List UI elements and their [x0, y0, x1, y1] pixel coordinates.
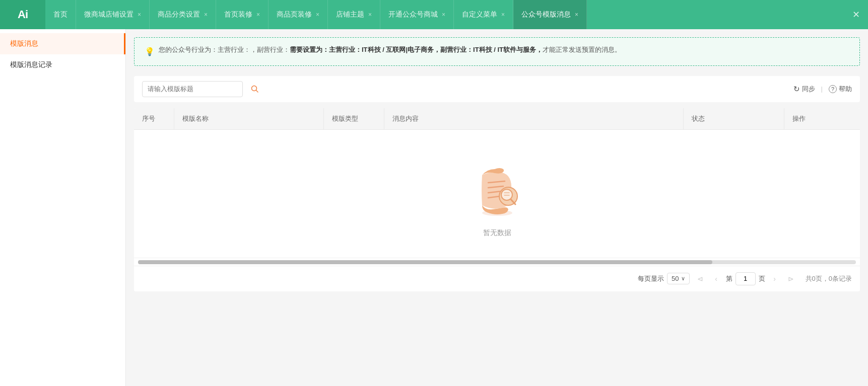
- search-input[interactable]: [142, 81, 243, 97]
- per-page-label: 每页显示: [638, 274, 664, 283]
- page-number-input[interactable]: [736, 272, 756, 285]
- close-tab-icon[interactable]: ×: [575, 11, 578, 18]
- empty-text: 暂无数据: [483, 228, 511, 238]
- content-area: 💡 您的公众号行业为：主营行业：，副营行业：需要设置为：主营行业：IT科技 / …: [126, 29, 868, 386]
- search-left: [142, 81, 263, 97]
- close-tab-icon[interactable]: ×: [368, 11, 372, 18]
- last-page-button[interactable]: ⊳: [784, 272, 797, 285]
- notice-highlight: 需要设置为：主营行业：IT科技 / 互联网|电子商务，副营行业：IT科技 / I…: [290, 46, 543, 53]
- search-bar: ↻ 同步 | ? 帮助: [134, 76, 860, 102]
- search-icon: [251, 85, 259, 93]
- table-header-cell: 消息内容: [384, 108, 684, 129]
- nav-tab-label: 自定义菜单: [462, 10, 497, 19]
- nav-tab-template-msg[interactable]: 公众号模版消息×: [513, 0, 587, 29]
- search-button[interactable]: [247, 81, 263, 97]
- top-navigation: Ai 首页微商城店铺设置×商品分类设置×首页装修×商品页装修×店铺主题×开通公众…: [0, 0, 868, 29]
- empty-illustration: [467, 160, 527, 220]
- nav-tab-label: 商品分类设置: [158, 10, 200, 19]
- empty-state: 暂无数据: [134, 130, 860, 258]
- pagination-controls: ⊲ ‹ 第 页 › ⊳: [694, 272, 797, 285]
- close-tab-icon[interactable]: ×: [256, 11, 260, 18]
- table-header: 序号模版名称模版类型消息内容状态操作: [134, 108, 860, 130]
- sidebar-item-template-msg[interactable]: 模版消息: [0, 33, 125, 54]
- notice-text: 您的公众号行业为：主营行业：，副营行业：需要设置为：主营行业：IT科技 / 互联…: [159, 45, 621, 55]
- total-info: 共0页，0条记录: [806, 274, 852, 283]
- help-icon: ?: [829, 85, 837, 93]
- search-right: ↻ 同步 | ? 帮助: [793, 85, 852, 94]
- close-tab-icon[interactable]: ×: [442, 11, 445, 18]
- nav-tab-label: 首页装修: [224, 10, 252, 19]
- nav-tab-micro-store[interactable]: 微商城店铺设置×: [76, 0, 150, 29]
- nav-tab-label: 商品页装修: [277, 10, 312, 19]
- table-header-cell: 模版类型: [324, 108, 384, 129]
- nav-tab-label: 开通公众号商城: [388, 10, 438, 19]
- nav-tab-label: 微商城店铺设置: [84, 10, 133, 19]
- per-page-dropdown[interactable]: 50 ∨: [667, 273, 689, 284]
- horizontal-scrollbar[interactable]: [134, 258, 860, 266]
- nav-tab-product-decoration[interactable]: 商品页装修×: [269, 0, 328, 29]
- nav-tab-label: 首页: [53, 10, 68, 19]
- sidebar-item-template-msg-record[interactable]: 模版消息记录: [0, 54, 125, 75]
- table-header-cell: 操作: [784, 108, 860, 129]
- pagination: 每页显示 50 ∨ ⊲ ‹ 第 页 › ⊳ 共0页，0条记录: [134, 266, 860, 291]
- nav-tab-custom-menu[interactable]: 自定义菜单×: [454, 0, 513, 29]
- close-tab-icon[interactable]: ×: [501, 11, 505, 18]
- nav-tab-store-theme[interactable]: 店铺主题×: [328, 0, 380, 29]
- nav-tab-home[interactable]: 首页: [45, 0, 76, 29]
- chevron-down-icon: ∨: [681, 275, 685, 282]
- app-logo: Ai: [0, 0, 45, 29]
- per-page-select: 每页显示 50 ∨: [638, 273, 689, 284]
- main-layout: 模版消息模版消息记录 💡 您的公众号行业为：主营行业：，副营行业：需要设置为：主…: [0, 29, 868, 386]
- sidebar: 模版消息模版消息记录: [0, 29, 126, 386]
- per-page-value: 50: [672, 275, 679, 282]
- sync-icon: ↻: [793, 85, 800, 94]
- close-tab-icon[interactable]: ×: [316, 11, 319, 18]
- nav-tab-label: 店铺主题: [336, 10, 364, 19]
- sidebar-item-label: 模版消息记录: [10, 60, 52, 68]
- sidebar-item-label: 模版消息: [10, 39, 38, 47]
- close-tab-icon[interactable]: ×: [204, 11, 208, 18]
- sync-label: 同步: [802, 85, 815, 94]
- prev-page-button[interactable]: ‹: [710, 272, 723, 285]
- table-header-cell: 模版名称: [174, 108, 324, 129]
- divider: |: [821, 85, 823, 93]
- next-page-button[interactable]: ›: [768, 272, 781, 285]
- nav-tab-home-decoration[interactable]: 首页装修×: [216, 0, 269, 29]
- close-tab-icon[interactable]: ×: [138, 11, 141, 18]
- notice-icon: 💡: [145, 45, 155, 58]
- svg-line-1: [256, 90, 258, 92]
- table-header-cell: 序号: [134, 108, 174, 129]
- nav-tab-open-mall[interactable]: 开通公众号商城×: [380, 0, 454, 29]
- notice-banner: 💡 您的公众号行业为：主营行业：，副营行业：需要设置为：主营行业：IT科技 / …: [134, 37, 860, 66]
- page-prefix: 第: [726, 274, 732, 283]
- table-header-cell: 状态: [684, 108, 784, 129]
- help-label: 帮助: [839, 85, 852, 94]
- table-wrapper: 序号模版名称模版类型消息内容状态操作: [134, 108, 860, 291]
- first-page-button[interactable]: ⊲: [694, 272, 707, 285]
- page-suffix: 页: [759, 274, 765, 283]
- nav-tab-product-category[interactable]: 商品分类设置×: [150, 0, 216, 29]
- nav-tabs-container: 首页微商城店铺设置×商品分类设置×首页装修×商品页装修×店铺主题×开通公众号商城…: [45, 0, 844, 29]
- nav-tab-label: 公众号模版消息: [521, 10, 571, 19]
- help-button[interactable]: ? 帮助: [829, 85, 852, 94]
- close-all-button[interactable]: ✕: [844, 0, 868, 29]
- sync-button[interactable]: ↻ 同步: [793, 85, 815, 94]
